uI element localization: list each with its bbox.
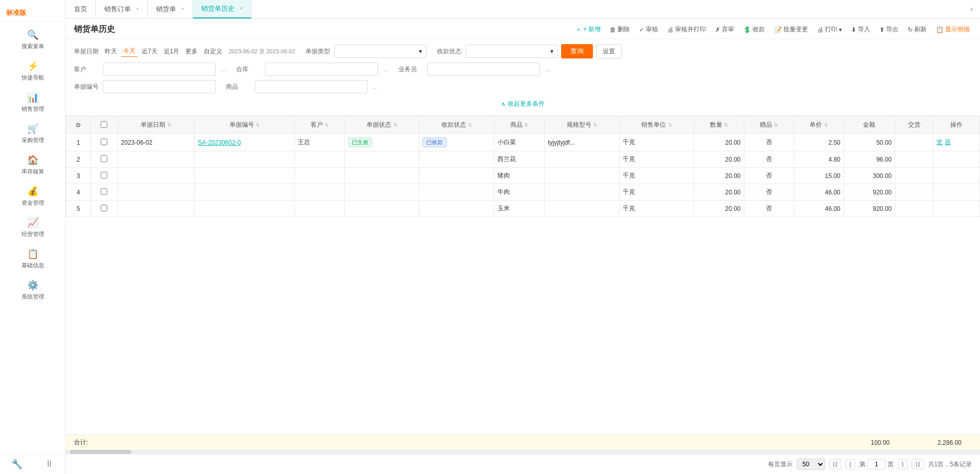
filter-docno-input[interactable] xyxy=(103,80,216,93)
show-detail-button[interactable]: 📋 显示明细 xyxy=(934,24,972,35)
filter-goods-input[interactable] xyxy=(255,80,368,93)
filter-doc-type-select[interactable]: ▾ xyxy=(334,45,427,58)
sidebar-item-quick-nav[interactable]: ⚡ 快捷导航 xyxy=(0,55,65,87)
page-size-select[interactable]: 20 50 100 xyxy=(797,459,825,470)
row-checkbox-cell[interactable] xyxy=(91,168,118,184)
tab-sales-goods-history-close[interactable]: × xyxy=(240,6,243,11)
audit-print-button[interactable]: 🖨 审核并打印 xyxy=(665,24,708,35)
table-settings-icon[interactable]: ⚙ xyxy=(75,122,81,129)
row-doc-no[interactable]: SA-20230602-0 xyxy=(195,134,295,151)
select-all-checkbox[interactable] xyxy=(101,121,107,128)
filter-collect-status-select[interactable]: ▾ xyxy=(466,45,558,58)
tab-sales-goods[interactable]: 销货单 × xyxy=(148,0,193,18)
batch-change-button[interactable]: 📝 批量变更 xyxy=(772,24,810,35)
row-doc-no[interactable] xyxy=(195,151,295,168)
filter-warehouse-input[interactable] xyxy=(265,63,378,76)
row-checkbox[interactable] xyxy=(101,155,107,162)
col-spec[interactable]: 规格型号 ⇅ xyxy=(545,116,620,134)
sidebar-item-finance-mgmt[interactable]: 💰 资金管理 xyxy=(0,181,65,212)
action-link[interactable]: 览 xyxy=(936,139,943,146)
col-amount[interactable]: 金额 xyxy=(844,116,895,134)
date-shortcut-7days[interactable]: 近7天 xyxy=(140,46,160,57)
set-button[interactable]: 设置 xyxy=(596,44,622,58)
col-qty[interactable]: 数量 ⇅ xyxy=(694,116,744,134)
goods-dots-icon[interactable]: ... xyxy=(373,83,378,90)
col-action-label: 操作 xyxy=(950,121,963,128)
row-doc-no[interactable] xyxy=(195,184,295,201)
sidebar-item-purchase-mgmt[interactable]: 🛒 采购管理 xyxy=(0,118,65,149)
row-checkbox-cell[interactable] xyxy=(91,134,118,151)
page-next-btn[interactable]: ⟩ xyxy=(898,459,908,469)
row-checkbox[interactable] xyxy=(101,188,107,195)
date-shortcut-more[interactable]: 更多 xyxy=(183,46,200,57)
col-doc-date[interactable]: 单据日期 ⇅ xyxy=(118,116,195,134)
row-customer xyxy=(295,168,344,184)
col-customer[interactable]: 客户 ⇅ xyxy=(295,116,344,134)
tab-sales-order[interactable]: 销售订单 × xyxy=(96,0,148,18)
sidebar-item-search-menu[interactable]: 🔍 搜索菜单 xyxy=(0,24,65,55)
row-checkbox-cell[interactable] xyxy=(91,201,118,217)
row-checkbox[interactable] xyxy=(101,172,107,179)
date-shortcut-1month[interactable]: 近1月 xyxy=(162,46,182,57)
col-gift[interactable]: 赠品 ⇅ xyxy=(744,116,794,134)
page-jump-input[interactable] xyxy=(867,459,886,469)
collect-button[interactable]: 💲 收款 xyxy=(741,24,767,35)
discard-button[interactable]: ✗ 弃审 xyxy=(713,24,736,35)
col-doc-status[interactable]: 单据状态 ⇅ xyxy=(344,116,419,134)
row-checkbox[interactable] xyxy=(101,205,107,211)
col-unit-price[interactable]: 单价 ⇅ xyxy=(794,116,843,134)
horizontal-scrollbar[interactable] xyxy=(66,450,980,454)
tabs-close-all[interactable]: × xyxy=(964,5,980,13)
export-button[interactable]: ⬆ 导出 xyxy=(877,24,900,35)
col-collect-status[interactable]: 收款状态 ⇅ xyxy=(419,116,494,134)
sidebar-item-system-mgmt[interactable]: ⚙️ 系统管理 xyxy=(0,274,65,306)
audit-button[interactable]: ✓ 审核 xyxy=(637,24,660,35)
scrollbar-thumb[interactable] xyxy=(70,450,131,454)
date-shortcut-yesterday[interactable]: 昨天 xyxy=(103,46,119,57)
page-last-btn[interactable]: ⟩⟩ xyxy=(912,459,924,469)
row-sales-unit: 千克 xyxy=(619,151,694,168)
filter-collapse-btn[interactable]: ∧ 收起更多条件 xyxy=(74,97,972,110)
row-checkbox-cell[interactable] xyxy=(91,151,118,168)
sidebar-settings-icon[interactable]: 🔧 xyxy=(11,459,23,470)
print-button[interactable]: 🖨 打印 ▾ xyxy=(815,24,844,35)
query-button[interactable]: 查询 xyxy=(561,44,593,58)
delete-button[interactable]: 🗑 删除 xyxy=(608,24,632,35)
col-trade[interactable]: 交货 xyxy=(895,116,933,134)
filter-staff-input[interactable] xyxy=(427,63,540,76)
tab-sales-goods-history[interactable]: 销货单历史 × xyxy=(193,0,252,18)
staff-dots-icon[interactable]: ... xyxy=(545,66,550,73)
row-doc-no[interactable] xyxy=(195,168,295,184)
row-sales-unit: 千克 xyxy=(619,134,694,151)
warehouse-dots-icon[interactable]: ... xyxy=(383,66,388,73)
col-sales-unit[interactable]: 销售单位 ⇅ xyxy=(619,116,694,134)
import-button[interactable]: ⬇ 导入 xyxy=(849,24,872,35)
sidebar-pause-icon[interactable]: ⏸ xyxy=(45,459,54,470)
tab-home[interactable]: 首页 xyxy=(66,0,96,18)
row-unit-price: 2.50 xyxy=(794,134,843,151)
row-checkbox-cell[interactable] xyxy=(91,184,118,201)
row-doc-no[interactable] xyxy=(195,201,295,217)
col-goods[interactable]: 商品 ⇅ xyxy=(494,116,545,134)
refresh-button[interactable]: ↻ 刷新 xyxy=(906,24,929,35)
toolbar: ＋ + 新增 🗑 删除 ✓ 审核 🖨 审核并打印 ✗ 弃审 xyxy=(573,24,972,35)
tab-sales-order-close[interactable]: × xyxy=(136,6,139,12)
sidebar-item-basic-info[interactable]: 📋 基础信息 xyxy=(0,243,65,274)
row-checkbox[interactable] xyxy=(101,139,107,145)
col-doc-no[interactable]: 单据编号 ⇅ xyxy=(195,116,295,134)
date-shortcut-today[interactable]: 今天 xyxy=(121,46,138,57)
sort-doc-no-icon: ⇅ xyxy=(256,122,260,128)
sidebar-item-operation-mgmt[interactable]: 📈 经营管理 xyxy=(0,212,65,243)
action-link[interactable]: 器 xyxy=(945,139,951,146)
sidebar-item-inventory-calc[interactable]: 🏠 库存核算 xyxy=(0,149,65,181)
sidebar-item-sales-mgmt[interactable]: 📊 销售管理 xyxy=(0,87,65,118)
page-first-btn[interactable]: ⟨⟨ xyxy=(829,459,841,469)
col-settings[interactable]: ⚙ xyxy=(66,116,91,134)
page-prev-btn[interactable]: ⟨ xyxy=(846,459,855,469)
col-checkbox[interactable] xyxy=(91,116,118,134)
tab-sales-goods-close[interactable]: × xyxy=(181,6,184,12)
date-shortcut-custom[interactable]: 自定义 xyxy=(202,46,224,57)
new-button[interactable]: ＋ + 新增 xyxy=(573,24,603,35)
customer-dots-icon[interactable]: ... xyxy=(221,66,226,73)
filter-customer-input[interactable] xyxy=(103,63,216,76)
